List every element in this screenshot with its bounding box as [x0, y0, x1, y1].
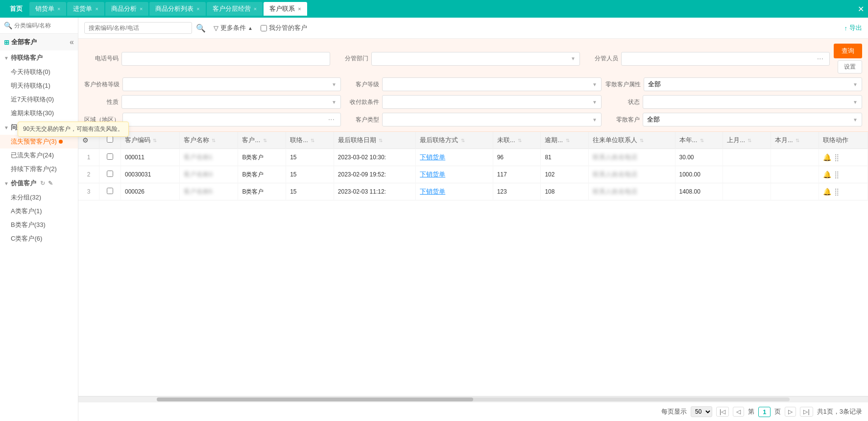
- payment-select[interactable]: ▼: [382, 95, 602, 109]
- th-last-month-sort[interactable]: ⇅: [747, 138, 751, 143]
- sidebar-item-today-pending[interactable]: 今天待联络(0): [0, 65, 78, 79]
- nav-tab-sales[interactable]: 销货单 ×: [29, 2, 66, 16]
- customer-tier-select[interactable]: ▼: [382, 77, 602, 91]
- my-customers-checkbox[interactable]: [261, 25, 267, 31]
- customer-tier-tab-close[interactable]: ×: [254, 6, 257, 12]
- last-page-btn[interactable]: ▷|: [800, 407, 813, 417]
- sidebar-item-ungrouped[interactable]: 未分组(32): [0, 191, 78, 204]
- nav-tab-product-analysis[interactable]: 商品分析 ×: [105, 2, 148, 16]
- sidebar-header[interactable]: ⊞ 全部客户 «: [0, 34, 78, 50]
- retail-customer-value: 全部: [647, 115, 660, 124]
- home-tab-label: 首页: [10, 4, 23, 13]
- last-method-link-2[interactable]: 下销货单: [420, 188, 445, 195]
- th-last-contact-method-sort[interactable]: ⇅: [461, 138, 465, 143]
- th-code-label: 客户编码: [125, 136, 150, 144]
- more-conditions-btn[interactable]: ▽ 更多条件 ▲: [210, 22, 257, 34]
- contact-action-icon-1[interactable]: 🔔: [823, 171, 831, 178]
- row-checkbox-1[interactable]: [107, 171, 113, 177]
- nature-select[interactable]: ▼: [121, 95, 341, 109]
- first-page-btn[interactable]: |◁: [716, 407, 729, 417]
- export-btn[interactable]: ↑ 导出: [844, 24, 863, 32]
- status-field: 状态 ▼: [605, 95, 862, 109]
- nav-tab-product-analysis-list[interactable]: 商品分析列表 ×: [149, 2, 205, 16]
- sidebar-item-declining[interactable]: 持续下滑客户(2): [0, 162, 78, 176]
- th-code-sort[interactable]: ⇅: [153, 138, 157, 143]
- total-label: 共1页，3条记录: [817, 407, 862, 416]
- product-analysis-tab-close[interactable]: ×: [140, 6, 143, 12]
- sidebar-item-tomorrow-pending[interactable]: 明天待联络(1): [0, 79, 78, 93]
- th-this-month-sort[interactable]: ⇅: [796, 138, 799, 143]
- sidebar-item-class-b[interactable]: B类客户(33): [0, 218, 78, 232]
- customer-type-select[interactable]: ▼: [382, 113, 602, 126]
- value-group-refresh[interactable]: ↻: [40, 180, 45, 187]
- region-dots[interactable]: ···: [326, 115, 337, 124]
- select-all-checkbox[interactable]: [107, 136, 113, 143]
- data-table-container: ⚙ 客户编码 ⇅ 客户名称 ⇅: [78, 132, 868, 396]
- customer-tier-tab-label: 客户分层经营: [213, 4, 251, 13]
- row-checkbox-0[interactable]: [107, 153, 113, 160]
- table-header-row: ⚙ 客户编码 ⇅ 客户名称 ⇅: [78, 132, 868, 149]
- sidebar-group-value-title[interactable]: ▼ 价值客户 ↻ ✎: [0, 176, 78, 191]
- search-input[interactable]: [84, 22, 192, 34]
- region-select[interactable]: ···: [122, 113, 341, 126]
- sidebar-item-overdue-pending[interactable]: 逾期未联络(30): [0, 106, 78, 120]
- retail-customer-arrow: ▼: [853, 117, 858, 123]
- th-overdue: 逾期... ⇅: [541, 132, 589, 149]
- sidebar-item-class-c[interactable]: C类客户(6): [0, 232, 78, 246]
- th-name-sort[interactable]: ⇅: [212, 138, 216, 143]
- nav-tab-home[interactable]: 首页: [4, 2, 28, 16]
- retail-attr-value: 全部: [648, 80, 661, 89]
- last-method-link-0[interactable]: 下销货单: [420, 153, 445, 161]
- th-unlocked-sort[interactable]: ⇅: [518, 138, 522, 143]
- sidebar-group-pending-title[interactable]: ▼ 待联络客户: [0, 50, 78, 65]
- person-select[interactable]: ···: [621, 52, 830, 66]
- th-customer-type-sort[interactable]: ⇅: [263, 138, 267, 143]
- next-page-btn[interactable]: ▷: [785, 407, 796, 417]
- th-last-contact-date: 最后联络日期 ⇅: [334, 132, 415, 149]
- row-checkbox-2[interactable]: [107, 188, 113, 194]
- sidebar-item-7day-pending[interactable]: 近7天待联络(0): [0, 93, 78, 106]
- table-settings-icon[interactable]: ⚙: [82, 136, 89, 144]
- th-contact-count-sort[interactable]: ⇅: [311, 138, 314, 143]
- more-action-icon-0[interactable]: ⣿: [834, 153, 839, 161]
- purchase-tab-close[interactable]: ×: [95, 6, 98, 12]
- sales-tab-close[interactable]: ×: [57, 6, 60, 12]
- nav-tab-purchase[interactable]: 进货单 ×: [67, 2, 104, 16]
- search-btn[interactable]: 🔍: [196, 24, 206, 33]
- nav-tab-customer-tier[interactable]: 客户分层经营 ×: [207, 2, 263, 16]
- th-contact-person-sort[interactable]: ⇅: [640, 138, 644, 143]
- th-last-month: 上月... ⇅: [723, 132, 771, 149]
- sidebar-search-input[interactable]: [14, 22, 78, 29]
- per-page-select[interactable]: 50: [691, 406, 712, 417]
- value-group-edit[interactable]: ✎: [48, 180, 53, 187]
- th-actions: 联络动作: [819, 132, 868, 149]
- th-this-year-sort[interactable]: ⇅: [700, 138, 704, 143]
- contact-action-icon-2[interactable]: 🔔: [823, 188, 831, 196]
- horizontal-scrollbar[interactable]: [78, 396, 868, 402]
- settings-btn[interactable]: 设置: [838, 60, 862, 74]
- dept-select[interactable]: ▼: [371, 52, 580, 66]
- person-dots[interactable]: ···: [815, 54, 825, 63]
- th-last-contact-date-sort[interactable]: ⇅: [379, 138, 383, 143]
- more-action-icon-2[interactable]: ⣿: [834, 188, 839, 196]
- sidebar-item-class-a[interactable]: A类客户(1): [0, 204, 78, 218]
- more-action-icon-1[interactable]: ⣿: [834, 171, 839, 178]
- sidebar-item-churn-warning[interactable]: 流失预警客户(3): [0, 135, 78, 149]
- query-btn[interactable]: 查询: [834, 44, 862, 58]
- contact-action-icon-0[interactable]: 🔔: [823, 153, 831, 161]
- price-tier-select[interactable]: ▼: [122, 77, 341, 91]
- nav-tab-customer-contact[interactable]: 客户联系 ×: [264, 2, 307, 16]
- customer-contact-tab-close[interactable]: ×: [298, 6, 301, 12]
- window-close-btn[interactable]: ✕: [858, 4, 864, 14]
- th-overdue-sort[interactable]: ⇅: [566, 138, 570, 143]
- sidebar-collapse-btn[interactable]: «: [70, 38, 74, 47]
- retail-attr-select[interactable]: 全部 ▼: [644, 77, 862, 91]
- retail-customer-select[interactable]: 全部 ▼: [643, 113, 862, 126]
- product-analysis-list-tab-close[interactable]: ×: [196, 6, 199, 12]
- last-method-link-1[interactable]: 下销货单: [420, 171, 445, 178]
- prev-page-btn[interactable]: ◁: [733, 407, 744, 417]
- status-select[interactable]: ▼: [643, 95, 862, 109]
- sidebar-item-churned[interactable]: 已流失客户(24): [0, 149, 78, 162]
- content-area: 🔍 ▽ 更多条件 ▲ 我分管的客户 ↑ 导出 电话号码: [78, 18, 868, 421]
- phone-input[interactable]: [121, 52, 330, 66]
